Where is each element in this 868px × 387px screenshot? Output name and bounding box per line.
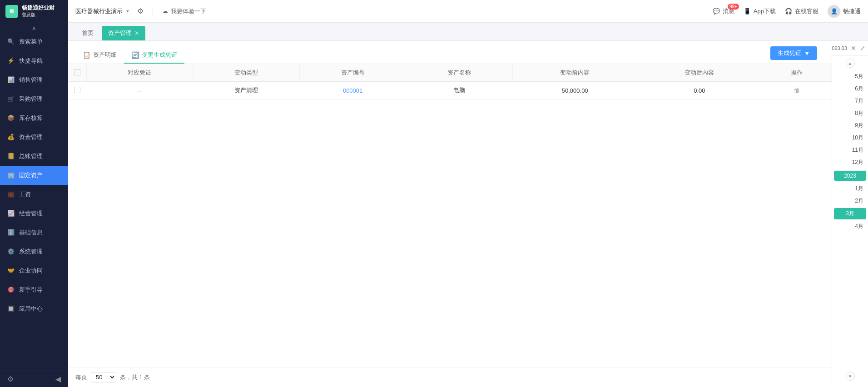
col-asset-name: 资产名称 bbox=[406, 64, 513, 82]
cell-change-type: 资产清理 bbox=[193, 82, 300, 99]
sidebar: 畅 畅捷通好业财 普及版 ▲ 🔍 搜索菜单 ⚡ 快捷导航 📊 销售管理 🛒 采购… bbox=[0, 0, 68, 387]
experience-button[interactable]: ☁ 我要体验一下 bbox=[162, 7, 206, 15]
month-8[interactable]: 8月 bbox=[832, 107, 868, 119]
customer-service-button[interactable]: 🎧 在线客服 bbox=[785, 7, 818, 15]
sidebar-item-system[interactable]: ⚙️ 系统管理 bbox=[0, 242, 68, 261]
sidebar-item-search[interactable]: 🔍 搜索菜单 bbox=[0, 32, 68, 51]
timeline-header: 2023.03 ✕ ⤢ bbox=[832, 41, 868, 56]
sidebar-item-apps[interactable]: 🔲 应用中心 bbox=[0, 299, 68, 318]
ledger-icon: 📒 bbox=[7, 153, 15, 160]
col-change-type: 变动类型 bbox=[193, 64, 300, 82]
month-2023-2[interactable]: 2月 bbox=[832, 195, 868, 207]
row-checkbox[interactable] bbox=[74, 87, 80, 93]
month-2023-1[interactable]: 1月 bbox=[832, 183, 868, 195]
topbar: 医疗器械行业演示 ▼ ⚙ ☁ 我要体验一下 💬 消息 99+ 📱 App下载 🎧… bbox=[68, 0, 868, 23]
system-icon: ⚙️ bbox=[7, 248, 15, 255]
collapse-icon[interactable]: ◀ bbox=[55, 375, 61, 383]
message-button[interactable]: 💬 消息 99+ bbox=[713, 7, 734, 15]
scroll-up-icon[interactable]: ▲ bbox=[846, 59, 855, 68]
timeline-scroll-up[interactable]: ▲ bbox=[832, 56, 868, 70]
sidebar-label-collaboration: 企业协同 bbox=[19, 267, 43, 275]
col-after: 变动后内容 bbox=[637, 64, 762, 82]
sidebar-scroll-up[interactable]: ▲ bbox=[0, 23, 68, 32]
sidebar-item-sales[interactable]: 📊 销售管理 bbox=[0, 70, 68, 89]
row-checkbox-cell[interactable] bbox=[68, 82, 86, 99]
fixed-assets-icon: 🏢 bbox=[7, 172, 15, 179]
settings-icon[interactable]: ⚙ bbox=[7, 375, 14, 383]
col-action: 操作 bbox=[762, 64, 832, 82]
month-12[interactable]: 12月 bbox=[832, 156, 868, 169]
col-voucher: 对应凭证 bbox=[86, 64, 193, 82]
logo-text-block: 畅捷通好业财 普及版 bbox=[22, 5, 55, 18]
tab-asset-management[interactable]: 资产管理 ✕ bbox=[102, 26, 145, 40]
tab-home[interactable]: 首页 bbox=[75, 26, 100, 40]
delete-row-button[interactable]: 🗑 bbox=[794, 87, 800, 94]
chevron-down-icon: ▼ bbox=[125, 9, 130, 14]
sidebar-item-basic-info[interactable]: ℹ️ 基础信息 bbox=[0, 223, 68, 242]
sidebar-item-purchase[interactable]: 🛒 采购管理 bbox=[0, 89, 68, 109]
sidebar-label-basic-info: 基础信息 bbox=[19, 228, 43, 237]
basic-info-icon: ℹ️ bbox=[7, 229, 15, 236]
content-area: 📋 资产明细 🔄 变更生成凭证 生成凭证 ▼ bbox=[68, 41, 868, 387]
sidebar-label-quicknav: 快捷导航 bbox=[19, 57, 43, 65]
select-all-checkbox[interactable] bbox=[74, 69, 80, 75]
app-download-button[interactable]: 📱 App下载 bbox=[744, 7, 776, 15]
month-2023-4[interactable]: 4月 bbox=[832, 220, 868, 233]
collaboration-icon: 🤝 bbox=[7, 267, 15, 274]
table-area: 对应凭证 变动类型 资产编号 资产名称 bbox=[68, 64, 832, 367]
month-2023-3[interactable]: 3月 bbox=[834, 208, 866, 219]
guide-icon: 🎯 bbox=[7, 286, 15, 293]
sidebar-item-collaboration[interactable]: 🤝 企业协同 bbox=[0, 261, 68, 280]
per-page-select[interactable]: 50 10 20 100 bbox=[91, 372, 116, 382]
subtab-asset-detail[interactable]: 📋 资产明细 bbox=[75, 47, 124, 64]
tab-close-icon[interactable]: ✕ bbox=[134, 30, 139, 36]
sidebar-label-operations: 经营管理 bbox=[19, 209, 43, 218]
sidebar-item-quicknav[interactable]: ⚡ 快捷导航 bbox=[0, 51, 68, 70]
operations-icon: 📈 bbox=[7, 210, 15, 217]
cloud-icon: ☁ bbox=[162, 8, 168, 15]
sidebar-item-guide[interactable]: 🎯 新手引导 bbox=[0, 280, 68, 299]
month-5[interactable]: 5月 bbox=[832, 70, 868, 83]
month-6[interactable]: 6月 bbox=[832, 83, 868, 95]
col-asset-code: 资产编号 bbox=[299, 64, 406, 82]
generate-btn-label: 生成凭证 bbox=[778, 49, 801, 57]
subtab-change-voucher[interactable]: 🔄 变更生成凭证 bbox=[124, 47, 184, 64]
sidebar-label-apps: 应用中心 bbox=[19, 305, 43, 313]
sidebar-label-fixed-assets: 固定资产 bbox=[19, 171, 43, 179]
timeline-scroll-down[interactable]: ▼ bbox=[832, 369, 868, 387]
sidebar-label-sales: 销售管理 bbox=[19, 76, 43, 84]
scroll-down-icon[interactable]: ▼ bbox=[846, 372, 855, 381]
pagination-bar: 每页 50 10 20 100 条，共 1 条 bbox=[68, 367, 832, 387]
month-9[interactable]: 9月 bbox=[832, 119, 868, 132]
month-7[interactable]: 7月 bbox=[832, 95, 868, 107]
company-settings-icon[interactable]: ⚙ bbox=[137, 7, 144, 15]
cell-after: 0.00 bbox=[637, 82, 762, 99]
app-name: 畅捷通好业财 bbox=[22, 5, 55, 12]
tab-bar: 首页 资产管理 ✕ bbox=[68, 23, 868, 41]
month-11[interactable]: 11月 bbox=[832, 144, 868, 156]
message-icon: 💬 bbox=[713, 8, 720, 15]
generate-voucher-button[interactable]: 生成凭证 ▼ bbox=[770, 46, 817, 60]
topbar-divider bbox=[153, 7, 153, 16]
month-10[interactable]: 10月 bbox=[832, 132, 868, 144]
sidebar-label-payroll: 工资 bbox=[19, 190, 31, 198]
sidebar-logo: 畅 畅捷通好业财 普及版 bbox=[0, 0, 68, 23]
subtab-asset-detail-label: 资产明细 bbox=[93, 51, 117, 59]
timeline-close-button[interactable]: ✕ bbox=[851, 45, 856, 52]
subtab-change-voucher-label: 变更生成凭证 bbox=[142, 51, 177, 59]
sidebar-item-payroll[interactable]: 💼 工资 bbox=[0, 185, 68, 204]
select-all-header[interactable] bbox=[68, 64, 86, 82]
experience-label: 我要体验一下 bbox=[171, 7, 206, 15]
sidebar-item-inventory[interactable]: 📦 库存核算 bbox=[0, 109, 68, 128]
sidebar-item-fixed-assets[interactable]: 🏢 固定资产 bbox=[0, 166, 68, 185]
purchase-icon: 🛒 bbox=[7, 95, 15, 103]
sidebar-item-operations[interactable]: 📈 经营管理 bbox=[0, 204, 68, 223]
sidebar-label-funds: 资金管理 bbox=[19, 133, 43, 141]
company-selector[interactable]: 医疗器械行业演示 ▼ bbox=[75, 7, 130, 15]
timeline-expand-button[interactable]: ⤢ bbox=[860, 45, 865, 52]
sidebar-item-funds[interactable]: 💰 资金管理 bbox=[0, 128, 68, 147]
content-inner: 📋 资产明细 🔄 变更生成凭证 生成凭证 ▼ bbox=[68, 41, 832, 387]
sidebar-item-ledger[interactable]: 📒 总账管理 bbox=[0, 147, 68, 166]
user-avatar[interactable]: 👤 畅捷通 bbox=[828, 5, 861, 18]
col-before: 变动前内容 bbox=[513, 64, 637, 82]
